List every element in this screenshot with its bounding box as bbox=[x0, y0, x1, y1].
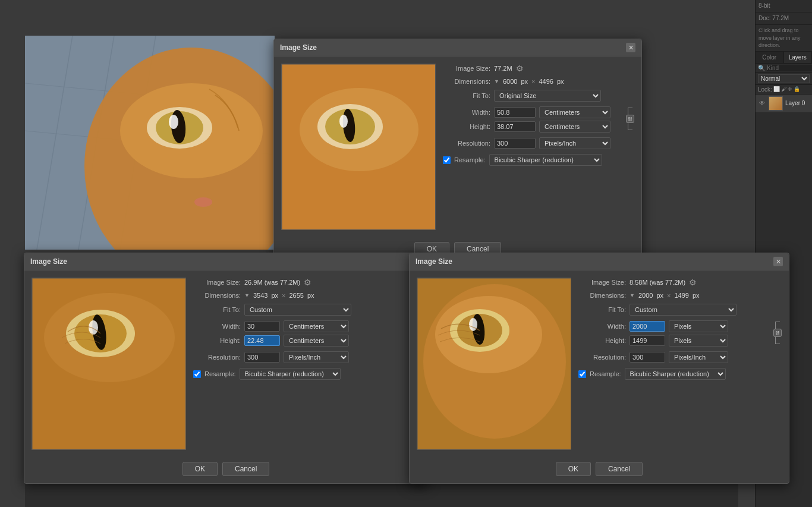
resample-row-bl: Resample: Bicubic Sharper (reduction) bbox=[193, 368, 420, 380]
svg-point-12 bbox=[194, 197, 212, 207]
cancel-button-br[interactable]: Cancel bbox=[596, 462, 643, 476]
dialog-preview-bl bbox=[32, 278, 186, 450]
dialog-controls-br: Image Size: 8.58M (was 77.2M) ⚙ Dimensio… bbox=[578, 278, 782, 450]
resample-label-br: Resample: bbox=[590, 370, 621, 377]
dropdown-arrow-dim-bl[interactable]: ▼ bbox=[244, 292, 250, 298]
layer-item[interactable]: 👁 Layer 0 bbox=[756, 95, 812, 113]
dim-x-br: × bbox=[667, 292, 671, 299]
chain-btn-br[interactable]: ⛓ bbox=[773, 329, 782, 337]
resolution-unit-bl[interactable]: Pixels/Inch bbox=[284, 351, 349, 363]
width-unit-br[interactable]: Pixels Centimeters bbox=[669, 320, 728, 332]
dialog-close-br[interactable]: ✕ bbox=[773, 257, 783, 266]
tab-layers[interactable]: Layers bbox=[784, 52, 813, 63]
fit-to-row-top: Fit To: Original Size Custom bbox=[443, 90, 634, 102]
resample-row-top: Resample: Bicubic Sharper (reduction) Bi… bbox=[443, 154, 634, 166]
gear-icon-top[interactable]: ⚙ bbox=[516, 64, 524, 73]
blend-mode-row: Normal bbox=[756, 73, 812, 85]
resolution-input-top[interactable] bbox=[494, 138, 536, 149]
resolution-unit-top[interactable]: Pixels/Inch Pixels/Centimeter bbox=[539, 137, 610, 149]
dimensions-label-top: Dimensions: bbox=[443, 78, 490, 85]
height-input-top[interactable] bbox=[494, 121, 536, 132]
dialog-preview-br bbox=[417, 278, 571, 450]
ok-button-br[interactable]: OK bbox=[556, 462, 591, 476]
width-input-top[interactable] bbox=[494, 107, 536, 118]
wh-container-top: Width: Centimeters Pixels Inches Height:… bbox=[443, 106, 634, 133]
width-row-br: Width: Pixels Centimeters bbox=[578, 320, 771, 332]
tab-color[interactable]: Color bbox=[756, 52, 784, 63]
lock-row: Lock: ⬜ 🖌 ✛ 🔒 bbox=[756, 85, 812, 95]
resolution-input-bl[interactable] bbox=[244, 352, 280, 363]
gear-icon-bl[interactable]: ⚙ bbox=[304, 278, 311, 287]
dropdown-arrow-dim-top[interactable]: ▼ bbox=[494, 78, 499, 84]
chain-btn-top[interactable]: ⛓ bbox=[626, 115, 634, 123]
height-row-br: Height: Pixels Centimeters bbox=[578, 335, 771, 347]
dim-width-unit-top: px bbox=[521, 78, 528, 85]
width-unit-bl[interactable]: Centimeters Pixels bbox=[284, 320, 349, 332]
resample-select-br[interactable]: Bicubic Sharper (reduction) bbox=[625, 368, 726, 380]
resolution-unit-br[interactable]: Pixels/Inch bbox=[669, 351, 728, 363]
image-size-value-top: 77.2M bbox=[494, 65, 512, 72]
height-input-br[interactable] bbox=[630, 335, 665, 346]
fit-to-row-bl: Fit To: Custom Original Size bbox=[193, 304, 420, 316]
dialog-image-size-top: Image Size ✕ Image Size: 77.2M ⚙ bbox=[273, 39, 642, 264]
height-input-bl[interactable] bbox=[244, 335, 280, 346]
resample-select-top[interactable]: Bicubic Sharper (reduction) Bicubic Bili… bbox=[489, 154, 602, 166]
resample-checkbox-br[interactable] bbox=[578, 370, 586, 378]
lock-position-icon[interactable]: ✛ bbox=[788, 86, 792, 92]
dialog-titlebar-top[interactable]: Image Size ✕ bbox=[274, 39, 641, 56]
fit-to-label-bl: Fit To: bbox=[193, 306, 241, 313]
cancel-button-bl[interactable]: Cancel bbox=[222, 462, 269, 476]
gear-icon-br[interactable]: ⚙ bbox=[689, 278, 697, 287]
fit-to-label-br: Fit To: bbox=[578, 306, 626, 313]
fit-to-select-br[interactable]: Custom Original Size bbox=[630, 304, 737, 316]
resample-label-bl: Resample: bbox=[204, 370, 236, 377]
dropdown-arrow-dim-br[interactable]: ▼ bbox=[630, 292, 635, 298]
chain-link-top: ⛓ bbox=[626, 106, 634, 130]
panel-tabs: Color Layers bbox=[756, 52, 812, 64]
layer-visibility-toggle[interactable]: 👁 bbox=[758, 99, 766, 108]
resolution-input-br[interactable] bbox=[630, 352, 665, 363]
search-icon: 🔍 bbox=[758, 65, 765, 71]
height-unit-top[interactable]: Centimeters Pixels bbox=[539, 121, 610, 133]
height-unit-bl[interactable]: Centimeters Pixels bbox=[284, 335, 349, 347]
dialog-titlebar-br[interactable]: Image Size ✕ bbox=[410, 253, 789, 270]
ok-button-bl[interactable]: OK bbox=[182, 462, 218, 476]
lock-image-icon[interactable]: 🖌 bbox=[781, 86, 786, 92]
width-unit-top[interactable]: Centimeters Pixels Inches bbox=[539, 106, 610, 118]
width-input-br[interactable] bbox=[630, 321, 665, 332]
height-row-top: Height: Centimeters Pixels bbox=[443, 121, 624, 133]
fit-to-select-top[interactable]: Original Size Custom bbox=[494, 90, 601, 102]
width-row-top: Width: Centimeters Pixels Inches bbox=[443, 106, 624, 118]
click-info: Click and drag to move layer in any dire… bbox=[756, 25, 812, 52]
layer-name: Layer 0 bbox=[785, 100, 805, 106]
lock-all-icon[interactable]: 🔒 bbox=[794, 86, 800, 92]
doc-info: Doc: 77.2M bbox=[756, 12, 812, 25]
layers-search-input[interactable] bbox=[767, 65, 812, 71]
height-row-bl: Height: Centimeters Pixels bbox=[193, 335, 410, 347]
resample-select-bl[interactable]: Bicubic Sharper (reduction) bbox=[240, 368, 341, 380]
dialog-close-top[interactable]: ✕ bbox=[626, 43, 635, 52]
resample-checkbox-top[interactable] bbox=[443, 156, 451, 164]
width-label-br: Width: bbox=[578, 323, 626, 330]
resample-label-top: Resample: bbox=[454, 156, 486, 163]
dialog-body-top: Image Size: 77.2M ⚙ Dimensions: ▼ 6000 p… bbox=[274, 56, 641, 237]
dialog-titlebar-bl[interactable]: Image Size ✕ bbox=[24, 253, 427, 270]
dim-height-unit-bl: px bbox=[307, 292, 314, 299]
dialog-controls-top: Image Size: 77.2M ⚙ Dimensions: ▼ 6000 p… bbox=[443, 64, 634, 230]
lock-transparent-icon[interactable]: ⬜ bbox=[773, 86, 780, 92]
dialog-body-bl: Image Size: 26.9M (was 77.2M) ⚙ Dimensio… bbox=[24, 270, 427, 457]
dim-height-bl: 2655 bbox=[289, 292, 303, 299]
blend-mode-select[interactable]: Normal bbox=[758, 74, 810, 83]
height-unit-br[interactable]: Pixels Centimeters bbox=[669, 335, 728, 347]
wh-fields-top: Width: Centimeters Pixels Inches Height:… bbox=[443, 106, 624, 133]
dialog-title-top: Image Size bbox=[280, 43, 317, 52]
layers-search-row: 🔍 Kind bbox=[756, 64, 812, 73]
width-input-bl[interactable] bbox=[244, 321, 280, 332]
width-label-bl: Width: bbox=[193, 323, 241, 330]
resolution-row-bl: Resolution: Pixels/Inch bbox=[193, 351, 420, 363]
fit-to-select-bl[interactable]: Custom Original Size bbox=[244, 304, 351, 316]
wh-fields-bl: Width: Centimeters Pixels Height: Centim… bbox=[193, 320, 410, 347]
resample-checkbox-bl[interactable] bbox=[193, 370, 201, 378]
dimensions-row-top: Dimensions: ▼ 6000 px × 4496 px bbox=[443, 78, 634, 85]
width-label-top: Width: bbox=[443, 109, 490, 116]
